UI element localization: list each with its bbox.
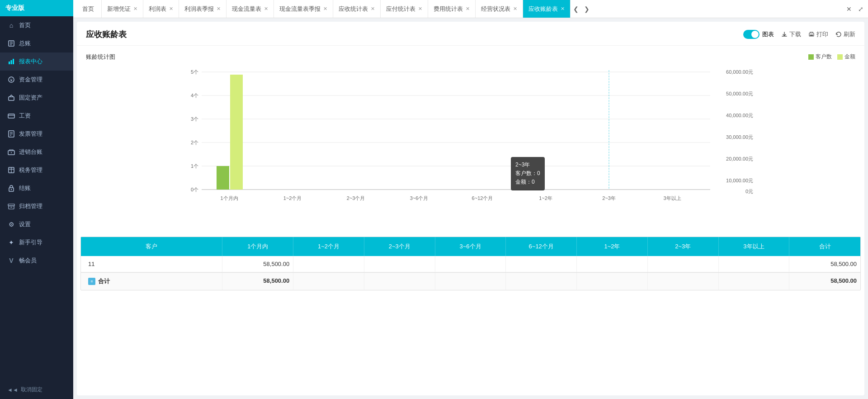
sidebar-item-settings[interactable]: ⚙ 设置 [0, 215, 73, 233]
total-m5 [506, 273, 577, 290]
tab-ar-aging[interactable]: 应收账龄表 ✕ [523, 0, 571, 18]
tab-expense-stats[interactable]: 费用统计表 ✕ [428, 0, 476, 18]
tab-expand-btn[interactable]: ⤢ [855, 0, 866, 18]
sidebar-item-reports[interactable]: 报表中心 [0, 52, 73, 71]
tab-ar-stats[interactable]: 应收统计表 ✕ [333, 0, 381, 18]
sidebar-item-member[interactable]: V 畅会员 [0, 252, 73, 270]
tab-profit[interactable]: 利润表 ✕ [143, 0, 179, 18]
sidebar-item-ledger[interactable]: 总账 [0, 34, 73, 52]
cell-m6 [577, 256, 648, 272]
svg-text:40,000.00元: 40,000.00元 [726, 113, 753, 118]
tab-cashflow-close[interactable]: ✕ [264, 6, 268, 12]
sidebar-item-label: 工资 [19, 112, 31, 120]
tab-ar-stats-close[interactable]: ✕ [371, 6, 375, 12]
tab-ap-stats-close[interactable]: ✕ [418, 6, 422, 12]
tab-profit-quarter-close[interactable]: ✕ [217, 6, 221, 12]
col-m3: 2~3个月 [364, 237, 435, 256]
legend-customer: 客户数 [808, 53, 832, 61]
svg-text:1个: 1个 [191, 163, 198, 169]
sidebar-item-label: 报表中心 [19, 57, 42, 66]
svg-text:5个: 5个 [191, 69, 198, 75]
tab-profit-quarter[interactable]: 利润表季报 ✕ [179, 0, 226, 18]
ledger-icon [7, 39, 15, 48]
cell-customer: 11 [81, 256, 222, 272]
refresh-btn[interactable]: 刷新 [835, 30, 855, 38]
svg-text:4个: 4个 [191, 93, 198, 98]
tab-ap-stats[interactable]: 应付统计表 ✕ [381, 0, 428, 18]
tab-expense-stats-close[interactable]: ✕ [466, 6, 470, 12]
total-m8 [719, 273, 790, 290]
svg-text:20,000.00元: 20,000.00元 [726, 156, 753, 162]
sidebar-item-inventory[interactable]: 进销台账 [0, 143, 73, 161]
toggle-track[interactable] [743, 30, 760, 39]
total-label: ≡ 合计 [81, 273, 222, 290]
chart-area: 账龄统计图 客户数 金额 5个 4个 3个 2个 1个 [77, 46, 864, 237]
bar-customer-1[interactable] [217, 166, 229, 190]
sidebar-item-guide[interactable]: ✦ 新手引导 [0, 233, 73, 252]
svg-text:¥: ¥ [9, 78, 13, 82]
tab-ap-stats-label: 应付统计表 [386, 5, 415, 13]
sidebar-item-funds[interactable]: ¥ 资金管理 [0, 71, 73, 89]
tab-cashflow-quarter[interactable]: 现金流量表季报 ✕ [274, 0, 333, 18]
print-btn[interactable]: 打印 [808, 30, 828, 38]
cell-total: 58,500.00 [789, 256, 860, 272]
col-m7: 2~3年 [648, 237, 719, 256]
table-total-row: ≡ 合计 58,500.00 58,500.00 [81, 272, 860, 290]
tab-voucher-close[interactable]: ✕ [133, 6, 137, 12]
total-m1: 58,500.00 [222, 273, 293, 290]
tab-voucher-label: 新增凭证 [107, 5, 131, 13]
download-btn[interactable]: 下载 [781, 30, 801, 38]
cell-m4 [435, 256, 506, 272]
total-m6 [577, 273, 648, 290]
sidebar-item-payroll[interactable]: 工资 [0, 107, 73, 125]
legend-customer-label: 客户数 [816, 53, 832, 61]
tab-cashflow[interactable]: 现金流量表 ✕ [226, 0, 274, 18]
sidebar-item-label: 设置 [19, 220, 31, 228]
tab-ops-status[interactable]: 经营状况表 ✕ [476, 0, 523, 18]
tab-close-all-btn[interactable]: ✕ [843, 0, 855, 18]
svg-rect-27 [810, 35, 813, 36]
tab-cashflow-quarter-close[interactable]: ✕ [323, 6, 327, 12]
svg-text:2个: 2个 [191, 140, 198, 145]
tab-next-btn[interactable]: ❯ [581, 0, 592, 18]
invoice-icon [7, 130, 15, 138]
member-icon: V [7, 256, 15, 265]
sidebar-item-tax[interactable]: 税务管理 [0, 161, 73, 179]
tab-expense-stats-label: 费用统计表 [434, 5, 463, 13]
tab-voucher[interactable]: 新增凭证 ✕ [102, 0, 143, 18]
tab-ops-status-close[interactable]: ✕ [513, 6, 517, 12]
svg-text:1~2个月: 1~2个月 [283, 195, 302, 201]
sidebar-item-assets[interactable]: 固定资产 [0, 89, 73, 107]
legend-customer-dot [808, 54, 814, 60]
svg-text:1个月内: 1个月内 [220, 195, 238, 201]
tab-profit-close[interactable]: ✕ [169, 6, 173, 12]
chart-toggle[interactable]: 图表 [743, 30, 774, 39]
bar-amount-1[interactable] [230, 75, 243, 190]
reports-icon [7, 57, 15, 66]
collapse-sidebar-btn[interactable]: ◄◄ 取消固定 [0, 380, 73, 399]
chart-title: 账龄统计图 [86, 53, 855, 61]
sidebar-item-label: 固定资产 [19, 94, 42, 102]
tab-ar-aging-close[interactable]: ✕ [561, 6, 565, 12]
chart-svg-container: 5个 4个 3个 2个 1个 0个 60,000.00元 50,000.00元 … [86, 66, 855, 229]
svg-rect-23 [8, 204, 14, 206]
cell-m1: 58,500.00 [222, 256, 293, 272]
sidebar-item-label: 发票管理 [19, 130, 42, 138]
tab-profit-quarter-label: 利润表季报 [184, 5, 214, 13]
svg-rect-4 [9, 62, 10, 64]
collapse-icon: ◄◄ [7, 387, 18, 393]
page-header: 应收账龄表 图表 下载 [77, 22, 864, 46]
svg-text:2~3年: 2~3年 [602, 195, 616, 201]
closing-icon [7, 184, 15, 192]
tab-home[interactable]: 首页 [75, 0, 102, 18]
tab-prev-btn[interactable]: ❮ [571, 0, 581, 18]
sidebar-item-invoice[interactable]: 发票管理 [0, 125, 73, 143]
sidebar-item-label: 畅会员 [19, 256, 37, 265]
col-m4: 3~6个月 [435, 237, 506, 256]
sidebar-item-home[interactable]: ⌂ 首页 [0, 16, 73, 34]
sidebar-item-closing[interactable]: 结账 [0, 179, 73, 197]
tab-profit-label: 利润表 [149, 5, 166, 13]
sidebar-item-archive[interactable]: 归档管理 [0, 197, 73, 215]
table-header: 客户 1个月内 1~2个月 2~3个月 3~6个月 6~12个月 1~2年 2~… [81, 237, 860, 256]
svg-text:10,000.00元: 10,000.00元 [726, 178, 753, 183]
